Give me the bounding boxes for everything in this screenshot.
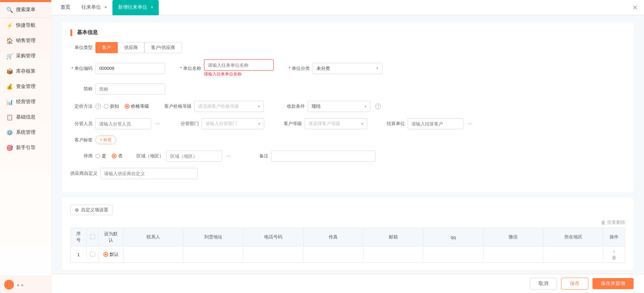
sidebar-item-search[interactable]: 🔍 搜索菜单 [0, 2, 51, 18]
row-delete-btn[interactable]: 🗑 [610, 255, 618, 260]
col-address: 到货地址 [183, 228, 243, 246]
supplier-custom-group: 供应商自定义 [70, 168, 198, 179]
sidebar-item-new-guide[interactable]: 🎯 新手引导 [0, 140, 51, 155]
pricing-radio-level[interactable]: 价格等级 [125, 103, 149, 109]
sidebar-item-basic-info[interactable]: 📋 基础信息 [0, 109, 51, 125]
region-group: 区域（地区） ··· [136, 150, 232, 162]
row-default-label: 默认 [110, 251, 119, 258]
sidebar-finance-label: 资金管理 [16, 83, 36, 90]
sidebar-item-sys-mgmt[interactable]: ⚙️ 系统管理 [0, 125, 51, 140]
payment-terms-value: 现结 [312, 103, 321, 109]
disabled-no[interactable]: 否 [112, 153, 123, 159]
row-seq: 1 [71, 246, 87, 263]
header-checkbox[interactable] [90, 234, 95, 239]
settlement-input[interactable] [408, 118, 463, 129]
row-address-input[interactable] [186, 252, 240, 257]
sidebar-item-quick-nav[interactable]: ⚡ 快捷导航 [0, 18, 51, 33]
pricing-level-circle [125, 104, 129, 109]
tab-partner[interactable]: 往来单位 × [76, 0, 112, 15]
unit-name-error: 请输入往来单位名称 [204, 71, 274, 77]
customer-level-group: 客户等级 请选择客户等级 ▾ [280, 118, 367, 129]
save-button[interactable]: 保存 [561, 278, 588, 290]
payment-terms-help-icon[interactable]: ? [375, 104, 381, 109]
customer-level-select[interactable]: 请选择客户等级 ▾ [305, 118, 367, 129]
payment-terms-chevron: ▾ [364, 104, 367, 109]
row-wechat [483, 246, 543, 263]
unit-category-select[interactable]: 未分类 ▾ [313, 63, 382, 74]
row-checkbox[interactable] [90, 252, 95, 257]
short-name-row: 简称 [70, 83, 625, 95]
sidebar-item-sales[interactable]: 🏠 销售管理 [0, 33, 51, 48]
sidebar-item-inventory[interactable]: 📦 库存核算 [0, 64, 51, 79]
row-fax-input[interactable] [306, 252, 360, 257]
code-name-row: 单位编码 单位名称 请输入往来单位名称 单位分类 未分类 ▾ [70, 59, 625, 77]
cancel-button[interactable]: 取消 [530, 278, 557, 290]
sys-mgmt-icon: ⚙️ [6, 129, 13, 136]
manager-more-btn[interactable]: ··· [154, 121, 161, 127]
unit-name-input[interactable] [204, 59, 274, 71]
short-name-input[interactable] [95, 83, 165, 95]
table-row: 1 默认 [71, 246, 625, 263]
tab-partner-close[interactable]: × [104, 5, 107, 10]
disabled-yes[interactable]: 是 [95, 153, 106, 159]
region-more-btn[interactable]: ··· [225, 153, 232, 159]
col-default: 设为默认 [99, 228, 123, 246]
col-region: 所在地区 [543, 228, 603, 246]
row-address [183, 246, 243, 263]
sidebar-item-finance[interactable]: 💰 资金管理 [0, 79, 51, 94]
remarks-input[interactable] [271, 150, 376, 162]
pricing-radio-group: 折扣 价格等级 [104, 103, 149, 109]
disabled-yes-label: 是 [102, 153, 106, 159]
unit-name-group: 单位名称 请输入往来单位名称 [179, 59, 274, 77]
disabled-no-circle [112, 154, 117, 158]
row-region [543, 246, 603, 263]
manager-input[interactable] [95, 118, 151, 129]
pricing-help-icon[interactable]: ? [95, 104, 101, 109]
row-qq-input[interactable] [426, 252, 480, 257]
tab-home-label: 首页 [61, 4, 70, 10]
type-btn-both[interactable]: 客户/供应商 [144, 42, 182, 53]
pricing-discount-label: 折扣 [110, 103, 119, 109]
sidebar-item-operation[interactable]: 📊 经营管理 [0, 94, 51, 109]
type-btn-supplier[interactable]: 供应商 [118, 42, 144, 53]
supplier-custom-row: 供应商自定义 [70, 168, 625, 179]
row-region-input[interactable] [546, 252, 600, 257]
batch-delete-label: 批量删除 [607, 219, 625, 226]
custom-settings-button[interactable]: ⚙ 自定义项设置 [70, 205, 113, 215]
pricing-level-label: 价格等级 [131, 103, 149, 109]
row-action: ＋ 🗑 [603, 246, 625, 263]
unit-code-input[interactable] [95, 63, 165, 74]
row-default-radio[interactable]: 默认 [102, 251, 120, 258]
tab-add-partner[interactable]: 新增往来单位 × [112, 0, 159, 15]
row-wechat-input[interactable] [486, 252, 540, 257]
tab-add-partner-close[interactable]: × [151, 5, 153, 10]
col-wechat: 微信 [483, 228, 543, 246]
add-tag-btn[interactable]: + 标签 [95, 136, 116, 144]
row-email-input[interactable] [366, 252, 420, 257]
save-new-button[interactable]: 保存并新增 [592, 278, 634, 289]
sidebar-item-purchase[interactable]: 🛒 采购管理 [0, 48, 51, 64]
unit-category-chevron: ▾ [376, 66, 378, 71]
row-add-btn[interactable]: ＋ [610, 249, 618, 254]
section-title: ▌ 基本信息 [70, 29, 625, 36]
supplier-custom-label: 供应商自定义 [70, 170, 97, 177]
dept-select[interactable]: 请输入分管部门 ▾ [202, 118, 264, 129]
dept-label: 分管部门 [176, 121, 199, 127]
customer-price-level-select[interactable]: 请选择客户价格等级 ▾ [194, 101, 264, 112]
settlement-more-btn[interactable]: ··· [466, 121, 473, 127]
close-all-tabs[interactable]: ✕ [630, 4, 641, 11]
manager-label: 分管人员 [70, 121, 93, 127]
region-input[interactable] [166, 150, 222, 162]
sidebar-quick-nav-label: 快捷导航 [16, 22, 36, 29]
tab-home[interactable]: 首页 [55, 0, 76, 15]
row-contact-input[interactable] [126, 252, 180, 257]
supplier-custom-input[interactable] [100, 168, 198, 179]
disabled-label: 停用 [70, 153, 93, 159]
pricing-radio-discount[interactable]: 折扣 [104, 103, 119, 109]
type-btn-customer[interactable]: 客户 [95, 42, 118, 53]
payment-terms-select[interactable]: 现结 ▾ [308, 101, 370, 112]
manager-group: 分管人员 ··· [70, 118, 161, 129]
customer-level-placeholder: 请选择客户等级 [308, 121, 340, 127]
form-content: ▌ 基本信息 单位类型 客户 供应商 客户/供应商 单位编码 [52, 15, 644, 274]
row-phone-input[interactable] [246, 252, 300, 257]
